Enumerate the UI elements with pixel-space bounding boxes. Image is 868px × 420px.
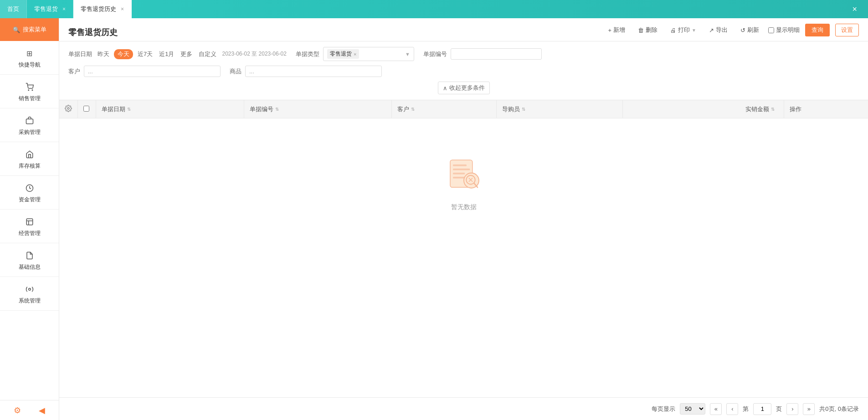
sidebar-item-quick-nav[interactable]: ⊞ 快捷导航 [0,41,59,75]
sales-icon [25,82,35,92]
system-icon [25,284,35,294]
date-shortcuts: 昨天 今天 近7天 近1月 更多 自定义 [96,49,218,59]
retail-return-history-tab-close[interactable]: × [121,6,124,12]
sidebar-item-operation-mgmt[interactable]: 经营管理 [0,210,59,243]
retail-return-tab-close[interactable]: × [62,6,66,12]
print-button[interactable]: 🖨 打印 ▼ [667,24,700,36]
table-header: 单据日期 ⇅ 单据编号 ⇅ 客户 [59,100,868,118]
retail-return-history-tab-label: 零售退货历史 [81,5,116,13]
collapse-sidebar-icon[interactable]: ◀ [39,405,45,415]
shortcut-more[interactable]: 更多 [179,49,194,59]
new-button[interactable]: + 新增 [605,24,629,36]
sidebar-item-inventory[interactable]: 库存核算 [0,142,59,176]
shortcut-yesterday[interactable]: 昨天 [96,49,111,59]
empty-text: 暂无数据 [451,203,477,211]
table-body: 暂无数据 [59,118,868,248]
filter-row-2: 客户 ... 商品 ... [68,66,859,77]
th-amount[interactable]: 实销金额 ⇅ [623,100,784,118]
top-bar: 首页 零售退货 × 零售退货历史 × × [0,0,868,18]
page-title: 零售退货历史 [68,27,118,38]
tab-retail-return-history[interactable]: 零售退货历史 × [73,0,132,18]
table-area: 单据日期 ⇅ 单据编号 ⇅ 客户 [59,100,868,397]
shortcut-today[interactable]: 今天 [114,49,133,59]
th-customer[interactable]: 客户 ⇅ [392,100,497,118]
sidebar-item-basic-info[interactable]: 基础信息 [0,243,59,277]
settings-button[interactable]: 设置 [835,24,859,36]
page-number-input[interactable] [753,403,771,415]
show-detail-checkbox[interactable] [768,27,774,33]
svg-point-5 [28,288,31,291]
pagination: 每页显示 50 20 100 « ‹ 第 页 › » 共0页, 0条记录 [59,397,868,420]
svg-rect-4 [26,219,33,225]
th-customer-sort-icon: ⇅ [411,107,415,112]
th-date-label: 单据日期 [102,105,125,113]
quick-nav-icon: ⊞ [25,48,35,58]
doc-type-label: 单据类型 [296,50,319,58]
tab-retail-return[interactable]: 零售退货 × [27,0,73,18]
new-icon: + [608,27,612,34]
product-dots: ... [249,68,254,75]
customer-select[interactable]: ... [84,66,221,77]
shortcut-1month[interactable]: 近1月 [157,49,176,59]
shortcut-7days[interactable]: 近7天 [136,49,154,59]
sidebar-bottom: ⚙ ◀ [0,400,59,420]
date-range-display: 2023-06-02 至 2023-06-02 [222,50,286,58]
collapse-filter-button[interactable]: ∧ 收起更多条件 [438,82,490,94]
home-tab-label: 首页 [7,5,19,13]
product-select[interactable]: ... [245,66,382,77]
tab-home[interactable]: 首页 [0,0,27,18]
query-button[interactable]: 查询 [805,24,830,36]
date-separator: 至 [252,51,258,57]
svg-rect-9 [453,169,470,170]
first-page-button[interactable]: « [710,403,722,415]
date-filter: 单据日期 昨天 今天 近7天 近1月 更多 自定义 2023-06-02 至 2… [68,49,287,59]
svg-point-6 [67,108,69,109]
sidebar-item-fund-mgmt[interactable]: 资金管理 [0,176,59,210]
sidebar-item-purchase-mgmt[interactable]: 采购管理 [0,108,59,142]
filter-row-1: 单据日期 昨天 今天 近7天 近1月 更多 自定义 2023-06-02 至 2… [68,47,859,61]
doc-number-input[interactable] [451,48,542,60]
sidebar-search[interactable]: 🔍 搜索菜单 [0,18,59,41]
basic-info-icon [25,251,35,261]
svg-point-0 [28,90,29,91]
last-page-button[interactable]: » [803,403,815,415]
doc-type-select[interactable]: 零售退货 × ▼ [323,47,414,61]
export-button[interactable]: ↗ 导出 [705,24,731,36]
doc-type-filter: 单据类型 零售退货 × ▼ [296,47,414,61]
inventory-icon [25,149,35,159]
th-checkbox[interactable] [78,100,96,118]
show-detail-label: 显示明细 [776,26,800,34]
th-settings[interactable] [59,100,78,118]
empty-row: 暂无数据 [59,118,868,248]
sidebar-item-label-inventory: 库存核算 [19,162,41,170]
settings-bottom-icon[interactable]: ⚙ [14,405,21,415]
sidebar-item-sales-mgmt[interactable]: 销售管理 [0,75,59,108]
show-detail-toggle[interactable]: 显示明细 [768,26,800,34]
svg-point-1 [32,90,33,91]
date-to: 2023-06-02 [259,51,287,57]
th-guide[interactable]: 导购员 ⇅ [497,100,623,118]
next-page-button[interactable]: › [786,403,798,415]
page-unit: 页 [776,405,782,413]
toolbar: + 新增 🗑 删除 🖨 打印 ▼ ↗ 导出 ↺ 刷新 [605,24,859,41]
date-filter-label: 单据日期 [68,50,92,58]
doc-type-tag-text: 零售退货 [330,50,352,58]
shortcut-custom[interactable]: 自定义 [197,49,218,59]
th-guide-sort-icon: ⇅ [522,107,525,112]
doc-type-select-arrow: ▼ [405,51,410,57]
tab-list: 首页 零售退货 × 零售退货历史 × [0,0,848,18]
sidebar-item-system-mgmt[interactable]: 系统管理 [0,277,59,311]
delete-button[interactable]: 🗑 删除 [634,24,661,36]
select-all-checkbox[interactable] [83,106,89,112]
th-number[interactable]: 单据编号 ⇅ [244,100,392,118]
page-size-select[interactable]: 50 20 100 [680,403,705,415]
page-label: 第 [743,405,749,413]
refresh-button[interactable]: ↺ 刷新 [737,24,763,36]
window-close-button[interactable]: × [848,5,861,14]
th-amount-sort-icon: ⇅ [771,107,775,112]
th-date[interactable]: 单据日期 ⇅ [96,100,244,118]
prev-page-button[interactable]: ‹ [726,403,738,415]
sidebar-search-label: 搜索菜单 [23,26,46,34]
doc-type-tag-close[interactable]: × [354,51,356,57]
delete-icon: 🗑 [638,27,644,34]
